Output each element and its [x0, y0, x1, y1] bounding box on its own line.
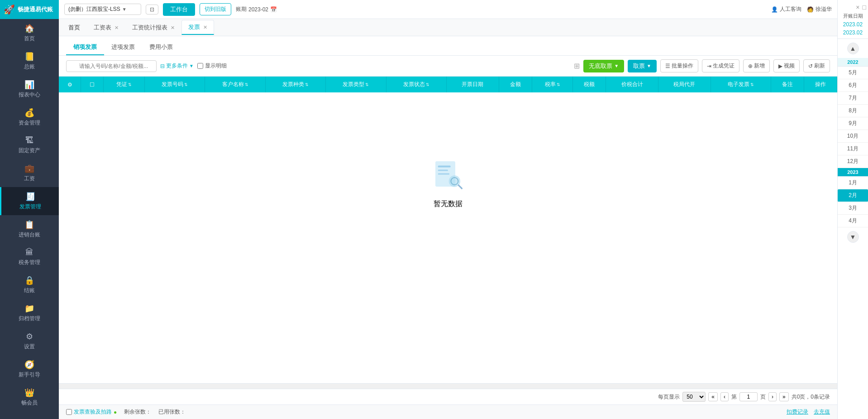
last-page-button[interactable]: » [779, 392, 789, 401]
tab-close-icon[interactable]: ✕ [171, 25, 175, 31]
sidebar-item-总账[interactable]: 📒 总账 [0, 47, 59, 75]
sidebar-icon: 💼 [24, 164, 34, 173]
tabbar: 首页工资表✕工资统计报表✕发票✕ [59, 19, 837, 36]
prev-page-button[interactable]: ‹ [720, 392, 729, 401]
period-item-2022-11月[interactable]: 11月 [838, 143, 868, 155]
empty-doc-icon [430, 158, 466, 194]
sidebar-label: 结账 [24, 287, 35, 294]
date-header-item-0[interactable]: 2023.02 [839, 20, 866, 29]
sidebar-item-首页[interactable]: 🏠 首页 [0, 19, 59, 47]
verify-checkbox[interactable] [66, 409, 72, 415]
page-number-input[interactable] [739, 392, 758, 401]
tab-close-icon[interactable]: ✕ [114, 25, 119, 31]
search-input[interactable] [66, 60, 157, 72]
table-wrap: ⚙☐凭证⇅发票号码⇅客户名称⇅发票种类⇅发票类型⇅发票状态⇅开票日期金额税率⇅税… [59, 77, 837, 383]
period-item-2023-2月[interactable]: 2月 [838, 189, 868, 202]
sidebar-item-新手引导[interactable]: 🧭 新手引导 [0, 355, 59, 383]
table-col-6[interactable]: 发票类型⇅ [326, 77, 386, 92]
tab-工资统计报表[interactable]: 工资统计报表✕ [125, 20, 181, 35]
subtab-销项发票[interactable]: 销项发票 [66, 40, 104, 55]
sidebar-icon: 💰 [24, 108, 34, 118]
generate-voucher-button[interactable]: ⇥ 生成凭证 [702, 59, 739, 72]
sort-icon: ⇅ [426, 82, 429, 87]
table-col-5[interactable]: 发票种类⇅ [265, 77, 325, 92]
sidebar-label: 归档管理 [19, 315, 40, 323]
period-item-2022-9月[interactable]: 9月 [838, 117, 868, 130]
date-panel: × □ 开账日期 2023.022023.02 ▲ 20225月6月7月8月9月… [837, 0, 868, 419]
take-ticket-button[interactable]: 取票 ▼ [628, 60, 657, 72]
sidebar-item-归档管理[interactable]: 📁 归档管理 [0, 299, 59, 327]
period-item-2022-8月[interactable]: 8月 [838, 105, 868, 117]
filter-button[interactable]: ⊟ 更多条件 ▼ [160, 62, 194, 70]
first-page-button[interactable]: « [708, 392, 718, 401]
period-item-2023-3月[interactable]: 3月 [838, 202, 868, 215]
support-link[interactable]: 👤 人工客询 [771, 5, 801, 13]
fee-record-link[interactable]: 扣费记录 [787, 408, 808, 416]
video-button[interactable]: ▶ 视频 [773, 59, 800, 72]
recharge-link[interactable]: 去充值 [814, 408, 830, 416]
grid-view-icon[interactable]: ⊞ [574, 62, 580, 70]
tab-发票[interactable]: 发票✕ [181, 20, 214, 35]
sidebar-item-发票管理[interactable]: 🧾 发票管理 [0, 187, 59, 215]
sidebar-item-税务管理[interactable]: 🏛 税务管理 [0, 243, 59, 271]
page-info: 每页显示 50 20 100 « ‹ 第 页 › » 共0页，0条记录 [658, 392, 830, 402]
panel-close-button[interactable]: × [856, 4, 859, 11]
switch-version-button[interactable]: 切到旧版 [200, 3, 231, 15]
tab-工资表[interactable]: 工资表✕ [87, 20, 125, 35]
tab-首页[interactable]: 首页 [62, 20, 87, 35]
sidebar-item-固定资产[interactable]: 🏗 固定资产 [0, 131, 59, 159]
sidebar-item-报表中心[interactable]: 📊 报表中心 [0, 75, 59, 103]
tab-close-icon[interactable]: ✕ [203, 24, 207, 30]
video-icon: ▶ [778, 63, 782, 69]
search-wrap: 🔍 [66, 60, 157, 72]
workbench-button[interactable]: 工作台 [163, 3, 195, 16]
sidebar-item-资金管理[interactable]: 💰 资金管理 [0, 103, 59, 131]
user-avatar-icon: 🧑 [807, 6, 814, 13]
table-col-7[interactable]: 发票状态⇅ [386, 77, 446, 92]
sidebar-item-结账[interactable]: 🔒 结账 [0, 271, 59, 299]
sidebar-icon: 📊 [24, 80, 34, 90]
page-label-suffix: 页 [760, 393, 766, 401]
period-item-2022-12月[interactable]: 12月 [838, 155, 868, 168]
subtab-进项发票[interactable]: 进项发票 [104, 40, 142, 55]
period-item-2023-1月[interactable]: 1月 [838, 177, 868, 189]
period-item-2022-6月[interactable]: 6月 [838, 79, 868, 92]
copy-button[interactable]: ⊡ [146, 5, 158, 14]
table-col-14[interactable]: 电子发票⇅ [711, 77, 771, 92]
sidebar-item-设置[interactable]: ⚙ 设置 [0, 327, 59, 355]
subtab-费用小票[interactable]: 费用小票 [142, 40, 180, 55]
page-size-select[interactable]: 50 20 100 [682, 392, 706, 402]
period-item-2022-7月[interactable]: 7月 [838, 92, 868, 105]
table-col-13: 税局代开 [658, 77, 711, 92]
period-item-2022-5月[interactable]: 5月 [838, 67, 868, 79]
sidebar-item-进销台账[interactable]: 📋 进销台账 [0, 215, 59, 243]
table-scroll: ⚙☐凭证⇅发票号码⇅客户名称⇅发票种类⇅发票类型⇅发票状态⇅开票日期金额税率⇅税… [59, 77, 837, 92]
date-scroll-up-button[interactable]: ▲ [847, 43, 859, 54]
no-tax-button[interactable]: 无底取票 ▼ [583, 60, 624, 72]
company-select[interactable]: (勿删）江西股宝-LSS ▼ [64, 4, 141, 15]
period-item-2023-4月[interactable]: 4月 [838, 215, 868, 227]
table-col-16: 操作 [804, 77, 837, 92]
show-detail-input[interactable] [197, 63, 203, 69]
sidebar: 🚀 畅捷通易代账 🏠 首页📒 总账📊 报表中心💰 资金管理🏗 固定资产💼 工资🧾… [0, 0, 59, 419]
date-header-item-1[interactable]: 2023.02 [839, 29, 866, 37]
check-label[interactable]: 发票查验及拍路 ● [66, 408, 117, 416]
table-col-2[interactable]: 凭证⇅ [104, 77, 145, 92]
sidebar-item-畅会员[interactable]: 👑 畅会员 [0, 383, 59, 411]
scroll-bar-area[interactable] [59, 383, 837, 389]
date-scroll-down-button[interactable]: ▼ [847, 231, 859, 243]
batch-button[interactable]: ☰ 批量操作 [660, 59, 698, 72]
new-button[interactable]: ⊕ 新增 [743, 59, 770, 72]
table-col-3[interactable]: 发票号码⇅ [144, 77, 205, 92]
user-menu[interactable]: 🧑 徐溢华 [807, 5, 832, 13]
table-col-4[interactable]: 客户名称⇅ [205, 77, 265, 92]
sidebar-item-工资[interactable]: 💼 工资 [0, 159, 59, 187]
table-col-10[interactable]: 税率⇅ [532, 77, 573, 92]
logo-icon: 🚀 [4, 4, 15, 15]
next-page-button[interactable]: › [768, 392, 777, 401]
period-item-2022-10月[interactable]: 10月 [838, 130, 868, 143]
panel-expand-button[interactable]: □ [863, 4, 866, 11]
sidebar-label: 发票管理 [19, 203, 41, 211]
show-detail-checkbox[interactable]: 显示明细 [197, 62, 227, 70]
refresh-button[interactable]: ↺ 刷新 [803, 59, 830, 72]
